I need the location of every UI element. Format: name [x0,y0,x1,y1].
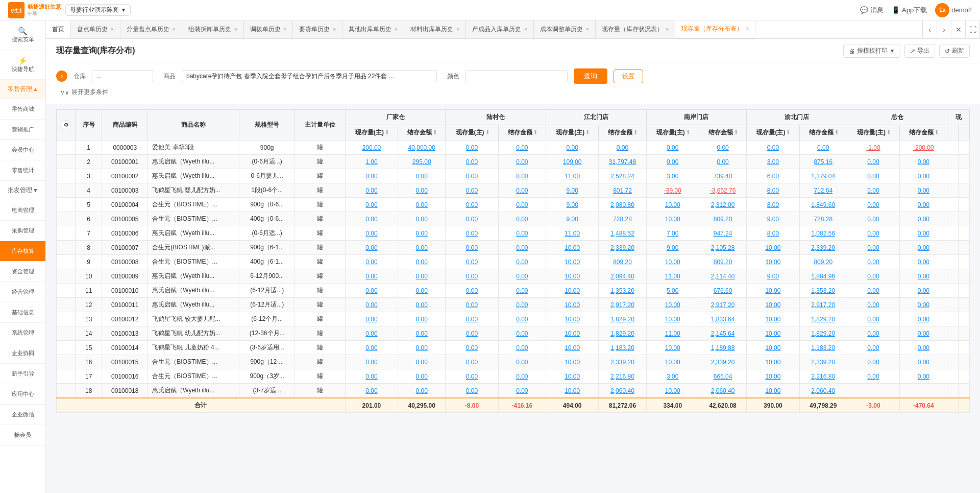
cell[interactable]: 0.00 [847,212,899,226]
cell[interactable]: 9.00 [646,241,699,255]
tab-materialout[interactable]: 材料出库单历史 × [404,20,466,39]
cell[interactable]: 0.00 [498,169,546,183]
tab-close-all-btn[interactable]: ✕ [951,20,966,39]
cell[interactable]: 728.28 [599,212,646,226]
cell[interactable]: 0.00 [847,298,899,312]
cell[interactable]: 0.00 [799,140,847,155]
cell[interactable]: 0.00 [398,326,446,341]
cell[interactable]: 10.00 [546,369,598,384]
info-icon-2[interactable]: ℹ [434,129,436,136]
cell[interactable]: 1,082.56 [799,226,847,241]
cell[interactable]: 1,183.20 [799,341,847,355]
cell[interactable]: 2,312.00 [699,198,747,212]
tab-stockdist[interactable]: 现存量（库存分布表） × [675,20,755,39]
cell[interactable]: 0.00 [398,369,446,384]
tab-assembly-close[interactable]: × [234,27,237,32]
app-download-btn[interactable]: 📱 App下载 [892,6,927,15]
cell[interactable]: 0.00 [498,226,546,241]
info-icon-4[interactable]: ℹ [534,129,536,136]
sidebar-item-guide[interactable]: 新手引导 [0,364,45,384]
cell[interactable]: 2,145.64 [699,326,747,341]
cell[interactable]: 0.00 [345,341,398,355]
info-icon-3[interactable]: ℹ [486,129,488,136]
sidebar-item-inventory[interactable]: 库存核算 [0,241,45,262]
info-icon-7[interactable]: ℹ [687,129,689,136]
cell[interactable]: 10.00 [747,255,799,269]
cell[interactable]: 9.00 [747,269,799,284]
cell[interactable]: 0.00 [847,284,899,298]
tab-stockstatus-close[interactable]: × [666,27,669,32]
cell[interactable]: 2,917.20 [599,298,646,312]
cell[interactable]: 1,829.20 [799,312,847,326]
cell[interactable]: 0.00 [498,284,546,298]
cell[interactable]: 1,379.04 [799,169,847,183]
cell[interactable]: 10.00 [747,326,799,341]
cell[interactable]: 10.00 [546,269,598,284]
cell[interactable]: 2,105.28 [699,241,747,255]
cell[interactable]: 0.00 [398,298,446,312]
col-settings-header[interactable]: ⚙ [57,110,76,140]
table-container[interactable]: ⚙ 序号 商品编码 商品名称 规格型号 主计量单位 厂家仓 陆村仓 江北门店 南… [46,104,980,493]
info-icon-10[interactable]: ℹ [836,129,838,136]
cell[interactable]: 0.00 [345,369,398,384]
cell[interactable]: 809.20 [699,212,747,226]
cell[interactable]: 11.00 [646,326,699,341]
cell[interactable]: 10.00 [546,326,598,341]
cell[interactable]: 1,189.88 [699,341,747,355]
tab-stockcheck-close[interactable]: × [111,27,114,32]
cell[interactable]: 0.00 [847,169,899,183]
cell[interactable]: 0.00 [446,284,498,298]
sidebar-item-basic[interactable]: 基础信息 [0,302,45,323]
cell[interactable]: 0.00 [900,326,947,341]
cell[interactable]: 0.00 [446,226,498,241]
cell[interactable]: 0.00 [446,384,498,398]
cell[interactable]: 0.00 [900,226,947,241]
cell[interactable]: 2,060.40 [599,384,646,398]
cell[interactable]: -1.00 [847,140,899,155]
cell[interactable]: 9.00 [747,212,799,226]
cell[interactable]: 0.00 [446,183,498,198]
cell[interactable]: 10.00 [646,312,699,326]
cell[interactable]: 0.00 [847,341,899,355]
cell[interactable]: 0.00 [900,212,947,226]
cell[interactable]: 0.00 [900,355,947,369]
cell[interactable]: 0.00 [345,226,398,241]
tab-purchase[interactable]: 要货单历史 × [293,20,342,39]
cell[interactable]: 0.00 [498,269,546,284]
cell[interactable]: 8.00 [747,226,799,241]
cell[interactable]: 0.00 [345,241,398,255]
cell[interactable]: 0.00 [847,241,899,255]
cell[interactable]: 809.20 [799,255,847,269]
cell[interactable]: 10.00 [646,198,699,212]
cell[interactable]: 295.00 [398,155,446,169]
cell[interactable]: 2,917.20 [699,298,747,312]
cell[interactable]: 0.00 [446,198,498,212]
collapse-filter-btn[interactable]: › [56,71,67,82]
tab-divstockcheck-close[interactable]: × [173,27,176,32]
cell[interactable]: 8.00 [747,183,799,198]
cell[interactable]: 0.00 [699,140,747,155]
cell[interactable]: 10.00 [546,341,598,355]
cell[interactable]: 2,060.40 [699,384,747,398]
cell[interactable]: 10.00 [546,241,598,255]
cell[interactable]: 0.00 [498,255,546,269]
cell[interactable]: 0.00 [446,298,498,312]
tab-otherout-close[interactable]: × [395,27,398,32]
info-icon-5[interactable]: ℹ [586,129,589,136]
cell[interactable]: 0.00 [345,183,398,198]
cell[interactable]: 0.00 [900,298,947,312]
cell[interactable]: 0.00 [345,269,398,284]
cell[interactable]: 0.00 [446,212,498,226]
cell[interactable]: 1,829.20 [599,312,646,326]
cell[interactable]: 0.00 [847,183,899,198]
tab-next-btn[interactable]: › [937,20,951,39]
sidebar-item-retail-mgmt[interactable]: 零售管理 ▲ [0,80,45,99]
cell[interactable]: 200.00 [345,140,398,155]
cell[interactable]: 1,183.20 [599,341,646,355]
tab-home[interactable]: 首页 [46,20,71,39]
cell[interactable]: 0.00 [446,140,498,155]
cell[interactable]: 0.00 [446,355,498,369]
cell[interactable]: 11.00 [546,226,598,241]
cell[interactable]: 0.00 [446,241,498,255]
cell[interactable]: 9.00 [546,212,598,226]
